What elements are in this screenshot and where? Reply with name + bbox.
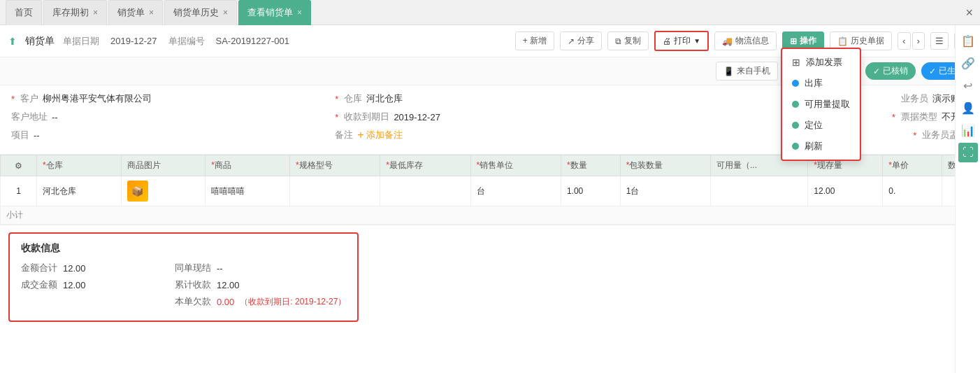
row-num: 1	[1, 176, 37, 206]
bottom-panel: 收款信息 金额合计 12.00 同单现结 -- 成交金额 12.00	[0, 225, 980, 329]
deal-amount-value: 12.00	[63, 280, 86, 290]
canceled-button[interactable]: ✓ 已核销	[865, 62, 916, 80]
tab-sales-order[interactable]: 销货单 ×	[108, 0, 163, 25]
date-label: 单据日期	[63, 35, 99, 48]
product-image: 📦	[127, 181, 148, 202]
available-take-item[interactable]: 可用量提取	[782, 94, 860, 115]
grid-icon: ⊞	[792, 57, 800, 68]
doc-icon: ⬆	[8, 36, 17, 47]
sidebar-link-icon[interactable]: 🔗	[958, 53, 978, 73]
print-button[interactable]: 🖨 打印 ▼	[654, 31, 709, 51]
address-field: 客户地址 --	[11, 111, 321, 123]
address-value: --	[52, 112, 58, 122]
tab-home[interactable]: 首页	[6, 0, 42, 25]
row-price: 0.	[883, 176, 942, 206]
balance-value: 0.00	[217, 297, 234, 307]
prev-button[interactable]: ‹	[898, 32, 910, 50]
total-received-field: 累计收款 12.00	[175, 279, 301, 291]
green-dot-icon-refresh	[792, 143, 799, 150]
logistics-button[interactable]: 🚚 物流信息	[714, 31, 777, 50]
sidebar-undo-icon[interactable]: ↩	[958, 76, 978, 95]
warehouse-field: * 仓库 河北仓库	[335, 92, 644, 105]
blue-dot-icon	[792, 80, 799, 87]
tab-close-history[interactable]: ×	[223, 8, 228, 17]
copy-button[interactable]: ⧉ 复制	[607, 31, 649, 50]
print-icon: 🖨	[663, 36, 671, 46]
next-button[interactable]: ›	[912, 32, 925, 50]
doc-meta: 单据日期 2019-12-27 单据编号 SA-20191227-001	[63, 35, 289, 48]
payment-row-2: 成交金额 12.00 累计收款 12.00	[21, 279, 346, 291]
plus-icon: +	[357, 129, 363, 141]
row-unit: 台	[470, 176, 561, 206]
print-dropdown-icon: ▼	[693, 37, 700, 45]
number-value: SA-20191227-001	[216, 36, 290, 46]
total-amount-field: 金额合计 12.00	[21, 262, 147, 274]
tab-bar: 首页 库存期初 × 销货单 × 销货单历史 × 查看销货单 × ×	[0, 0, 980, 25]
tab-sales-history[interactable]: 销货单历史 ×	[164, 0, 237, 25]
same-order-settle-label: 同单现结	[175, 262, 211, 274]
effective-icon: ✓	[929, 66, 936, 76]
add-invoice-item[interactable]: ⊞ 添加发票	[782, 52, 860, 73]
subtotal-row: 小计	[1, 206, 980, 225]
locate-item[interactable]: 定位	[782, 115, 860, 136]
tab-close-view[interactable]: ×	[297, 8, 302, 17]
sidebar-expand-icon[interactable]: ⛶	[958, 143, 978, 162]
total-received-label: 累计收款	[175, 279, 211, 291]
col-warehouse: *仓库	[36, 155, 121, 176]
sidebar-user-icon[interactable]: 👤	[958, 98, 978, 118]
view-toggle-list[interactable]: ☰	[930, 32, 949, 50]
tab-close-inventory[interactable]: ×	[93, 8, 98, 17]
right-sidebar: 📋 🔗 ↩ 👤 📊 ⛶	[955, 25, 980, 373]
balance-label: 本单欠款	[175, 295, 211, 308]
from-phone-button[interactable]: 📱 来自手机	[716, 62, 778, 80]
deal-amount-field: 成交金额 12.00	[21, 279, 147, 291]
payment-row-3: 本单欠款 0.00 （收款到期日: 2019-12-27）	[21, 295, 346, 308]
date-value: 2019-12-27	[110, 36, 157, 46]
number-label: 单据编号	[168, 35, 205, 48]
row-product: 嘻嘻嘻嘻	[206, 176, 290, 206]
canceled-icon: ✓	[873, 66, 880, 76]
refresh-item[interactable]: 刷新	[782, 136, 860, 157]
col-settings[interactable]: ⚙	[1, 155, 37, 176]
balance-field: 本单欠款 0.00 （收款到期日: 2019-12-27）	[175, 295, 346, 308]
col-price: *单价	[883, 155, 942, 176]
operate-icon: ⊞	[790, 36, 797, 46]
customer-field: * 客户 柳州粤港平安气体有限公司	[11, 92, 321, 105]
tab-view-sales[interactable]: 查看销货单 ×	[238, 0, 311, 25]
sidebar-chart-icon[interactable]: 📊	[958, 120, 978, 140]
col-pack-qty: *包装数量	[620, 155, 710, 176]
balance-suffix: （收款到期日: 2019-12-27）	[240, 296, 346, 308]
row-spec	[289, 176, 380, 206]
row-pack-qty: 1台	[620, 176, 710, 206]
col-unit: *销售单位	[470, 155, 561, 176]
product-table: ⚙ *仓库 商品图片 *商品 *规格型号 *最低库存 *销售单位 *数量 *包装…	[0, 155, 980, 225]
col-spec: *规格型号	[289, 155, 380, 176]
history-icon: 📋	[837, 36, 848, 46]
copy-icon: ⧉	[615, 36, 621, 46]
phone-icon: 📱	[723, 66, 734, 76]
table-row: 1 河北仓库 📦 嘻嘻嘻嘻 台 1.00 1台 12.00 0.	[1, 176, 980, 206]
tab-inventory-init[interactable]: 库存期初 ×	[43, 0, 107, 25]
row-min-stock	[380, 176, 470, 206]
tab-close-sales[interactable]: ×	[149, 8, 154, 17]
col-qty: *数量	[561, 155, 620, 176]
warehouse-value: 河北仓库	[366, 92, 403, 105]
deal-amount-label: 成交金额	[21, 279, 57, 291]
col-product: *商品	[206, 155, 290, 176]
add-note-button[interactable]: + 添加备注	[357, 129, 402, 141]
green-dot-icon-locate	[792, 122, 799, 129]
sidebar-doc-icon[interactable]: 📋	[958, 31, 978, 50]
payment-title: 收款信息	[21, 242, 346, 255]
col-img: 商品图片	[121, 155, 206, 176]
doc-type-label: 销货单	[25, 35, 55, 48]
outbound-item[interactable]: 出库	[782, 73, 860, 94]
total-amount-value: 12.00	[63, 263, 86, 274]
project-field: 项目 --	[11, 129, 321, 141]
share-button[interactable]: ↗ 分享	[560, 31, 602, 50]
note-field: 备注 + 添加备注	[335, 129, 644, 141]
due-date-value: 2019-12-27	[394, 112, 440, 122]
window-close-button[interactable]: ×	[965, 6, 973, 20]
payment-row-1: 金额合计 12.00 同单现结 --	[21, 262, 346, 274]
row-available	[711, 176, 808, 206]
new-button[interactable]: + 新增	[515, 31, 554, 50]
